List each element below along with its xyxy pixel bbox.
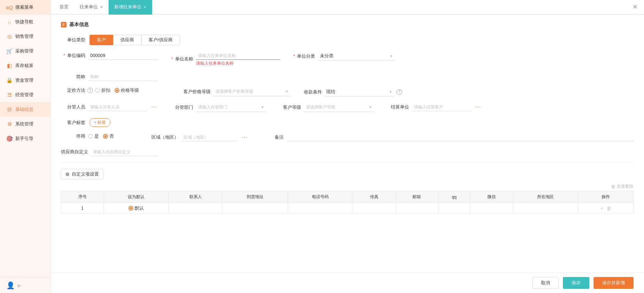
customer-price-level-select[interactable]: 请选择客户价格等级 ▼	[213, 87, 291, 96]
add-tag-button[interactable]: + 标签	[89, 118, 110, 127]
pricing-help-icon[interactable]: ?	[87, 88, 93, 93]
unit-type-row: 单位类型 客户 供应商 客户/供应商	[61, 35, 634, 45]
type-btn-both[interactable]: 客户/供应商	[141, 35, 180, 45]
settlement-more-btn[interactable]: ···	[474, 104, 482, 110]
default-radio[interactable]	[128, 206, 133, 211]
col-action: 操作	[578, 191, 634, 203]
batch-delete-label[interactable]: 批量删除	[617, 184, 634, 189]
short-name-label: 简称	[61, 74, 85, 80]
tab-new-unit-close[interactable]: ✕	[143, 5, 147, 9]
sidebar-item-inventory[interactable]: ◧ 库存核算	[0, 58, 50, 73]
sidebar-item-finance[interactable]: 🔒 资金管理	[0, 73, 50, 88]
cell-region	[513, 203, 578, 214]
customer-level-select[interactable]: 请选择客户等级 ▼	[304, 103, 374, 112]
window-close-icon[interactable]: ✕	[630, 2, 641, 12]
pricing-radio-group: 折扣 价格等级	[95, 87, 139, 93]
disabled-yes-option[interactable]: 是	[88, 133, 99, 139]
department-field: 分管部门 请输入分管部门 ▼	[169, 103, 266, 112]
pricing-level-option[interactable]: 价格等级	[115, 87, 139, 93]
default-radio-item[interactable]: 默认	[107, 205, 165, 211]
manager-more-btn[interactable]: ···	[150, 104, 158, 110]
save-new-button[interactable]: 保存并新增	[594, 277, 634, 289]
sales-icon: ◎	[6, 33, 13, 40]
sidebar-item-guide[interactable]: 🎯 新手引导	[0, 131, 50, 146]
unit-name-error: 请输入往来单位名称	[196, 60, 280, 66]
region-label: 区域（地区）	[151, 134, 179, 140]
unit-name-input[interactable]	[196, 51, 280, 60]
type-btn-supplier[interactable]: 供应商	[113, 35, 141, 45]
sidebar-item-quick-nav[interactable]: ⌂ 快捷导航	[0, 15, 50, 29]
search-icon: ≡Q	[6, 4, 13, 10]
unit-code-input[interactable]	[88, 51, 158, 60]
supplier-custom-label: 供应商自定义	[61, 149, 88, 155]
tab-trading-units-label: 往来单位	[80, 4, 98, 10]
tab-trading-units[interactable]: 往来单位 ✕	[74, 0, 109, 15]
sidebar-item-search[interactable]: ≡Q 搜索菜单	[0, 0, 50, 15]
col-fax: 传真	[353, 191, 395, 203]
supplier-custom-input[interactable]	[91, 148, 158, 156]
tab-trading-units-close[interactable]: ✕	[100, 5, 103, 9]
disabled-no-label: 否	[109, 133, 114, 139]
expand-icon[interactable]: ▶	[18, 283, 22, 288]
form-divider	[61, 162, 634, 163]
disabled-no-radio[interactable]	[103, 134, 108, 139]
col-phone: 电话号码	[288, 191, 353, 203]
basic-info-icon: ⊟	[6, 106, 13, 113]
remark-input[interactable]	[286, 133, 634, 141]
manager-input[interactable]	[88, 103, 147, 111]
short-name-input[interactable]	[88, 73, 158, 81]
disabled-row: 停用 是 否 区域（地区） ··· 备注	[61, 133, 634, 141]
type-btn-customer[interactable]: 客户	[89, 35, 113, 45]
cell-default: 默认	[104, 203, 169, 214]
disabled-yes-label: 是	[94, 133, 99, 139]
sidebar-item-label: 基础信息	[15, 106, 33, 113]
unit-category-select[interactable]: 未分类 ▼	[318, 51, 395, 61]
sidebar-item-purchase[interactable]: 🛒 采购管理	[0, 44, 50, 58]
disabled-label: 停用	[61, 133, 85, 139]
batch-delete-area: 🗑 批量删除	[61, 184, 634, 189]
disabled-no-option[interactable]: 否	[103, 133, 114, 139]
payment-terms-value: 现结	[326, 89, 387, 95]
pricing-discount-option[interactable]: 折扣	[95, 87, 110, 93]
settlement-label: 结算单位	[385, 104, 409, 110]
sidebar-item-sales[interactable]: ◎ 销售管理	[0, 29, 50, 44]
region-input[interactable]	[181, 133, 238, 141]
customize-settings-button[interactable]: ⚙ 自定义项设置	[61, 169, 103, 179]
footer: 取消 保存 保存并新增	[50, 272, 644, 293]
unit-name-input-group: 请输入往来单位名称	[196, 51, 280, 66]
department-select[interactable]: 请输入分管部门 ▼	[196, 103, 266, 112]
manager-label: 分管人员	[61, 104, 85, 110]
unit-type-field: 单位类型 客户 供应商 客户/供应商	[61, 35, 180, 45]
settlement-input[interactable]	[412, 103, 471, 111]
tab-home-label: 首页	[60, 4, 69, 10]
inventory-icon: ◧	[6, 63, 13, 69]
region-more-btn[interactable]: ···	[241, 134, 249, 140]
col-address: 到货地址	[222, 191, 288, 203]
remark-field: 备注	[259, 133, 634, 141]
tab-home[interactable]: 首页	[54, 0, 74, 15]
sidebar-item-basic-info[interactable]: ⊟ 基础信息	[0, 102, 50, 117]
pricing-level-radio[interactable]	[115, 88, 119, 93]
payment-terms-help-icon[interactable]: ?	[396, 89, 402, 95]
sidebar-item-system[interactable]: ⚙ 系统管理	[0, 117, 50, 131]
customer-level-label: 客户等级	[277, 104, 301, 111]
unit-category-field: * 单位分类 未分类 ▼	[291, 51, 395, 61]
pricing-row: 定价方法 ? 折扣 价格等级 客户价格等级 请选择客户价格等级	[61, 87, 634, 97]
payment-terms-select[interactable]: 现结 ▼	[324, 87, 394, 97]
table-row: 1 默认 +	[61, 203, 634, 214]
tab-bar: 首页 往来单位 ✕ 新增往来单位 ✕ ✕	[50, 0, 644, 15]
tab-new-unit-label: 新增往来单位	[114, 4, 141, 10]
tab-new-unit[interactable]: 新增往来单位 ✕	[109, 0, 152, 15]
row-add-icon[interactable]: +	[599, 205, 604, 211]
manager-row: 分管人员 ··· 分管部门 请输入分管部门 ▼ 客户等级 请选择客户等级 ▼ 结…	[61, 103, 634, 112]
pricing-discount-radio[interactable]	[95, 88, 100, 93]
supplier-custom-row: 供应商自定义	[61, 148, 634, 156]
required-star: *	[171, 56, 173, 62]
save-button[interactable]: 保存	[563, 277, 589, 289]
row-delete-icon[interactable]: 🗑	[605, 205, 612, 211]
sidebar-item-operations[interactable]: ☰ 经营管理	[0, 88, 50, 102]
disabled-yes-radio[interactable]	[88, 134, 93, 139]
required-star: *	[63, 53, 65, 58]
cancel-button[interactable]: 取消	[532, 277, 559, 289]
unit-name-label: * 单位名称	[169, 56, 193, 62]
